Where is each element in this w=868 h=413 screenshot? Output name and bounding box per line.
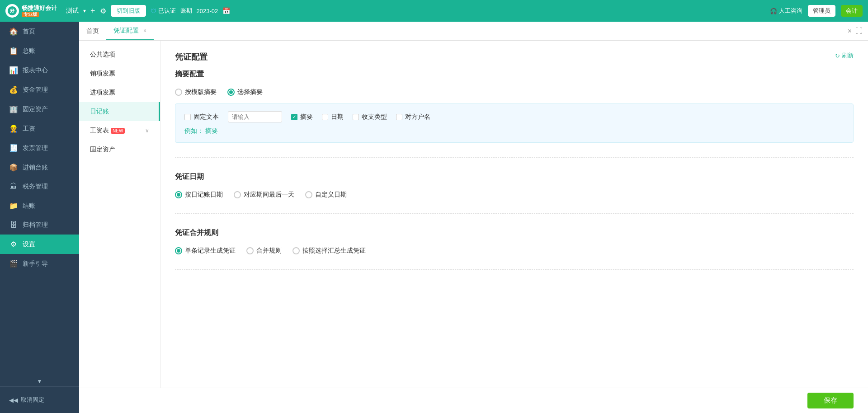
radio-single-record[interactable]: 单条记录生成凭证 [175, 247, 236, 255]
example-text: 例如： 摘要 [184, 127, 844, 135]
company-name: 测试 [66, 7, 79, 15]
sidebar-item-guide[interactable]: 🎬 新手引导 [0, 254, 79, 273]
page-title: 凭证配置 [175, 52, 208, 62]
radio-select-merge[interactable]: 按照选择汇总生成凭证 [292, 247, 366, 255]
left-nav-public[interactable]: 公共选项 [79, 45, 160, 64]
radio-select-circle [227, 89, 235, 96]
sidebar-item-label-sales: 进销台账 [23, 164, 48, 172]
tab-bar-right: × ⛶ [848, 22, 868, 40]
income-type-label: 收支类型 [362, 113, 387, 121]
summary-section: 摘要配置 按模版摘要 选择摘要 [175, 70, 854, 143]
payroll-expand-icon: ∨ [145, 127, 149, 134]
calendar-icon[interactable]: 📅 [222, 7, 230, 14]
left-nav-public-label: 公共选项 [90, 51, 115, 58]
unpin-icon: ◀◀ [9, 397, 18, 404]
left-nav-diary[interactable]: 日记账 [79, 102, 160, 121]
save-button[interactable]: 保存 [807, 393, 854, 408]
sidebar-item-settings[interactable]: ⚙ 设置 [0, 235, 79, 254]
left-nav-purchase-invoice[interactable]: 进项发票 [79, 83, 160, 102]
left-nav-payroll-label: 工资表 [90, 127, 109, 135]
archive-icon: 🗄 [9, 221, 18, 229]
period-value: 2023-02 [197, 8, 218, 14]
checkbox-counterpart[interactable]: 对方户名 [396, 113, 430, 121]
logo-inner: 好 [8, 6, 17, 15]
logo-icon: 好 [5, 4, 19, 18]
sidebar-item-ledger[interactable]: 📋 总账 [0, 41, 79, 61]
refresh-label: 刷新 [842, 52, 854, 60]
radio-daily-circle [175, 191, 182, 198]
radio-custom-date[interactable]: 自定义日期 [305, 191, 347, 199]
radio-template-circle [175, 89, 182, 96]
sidebar-item-archive[interactable]: 🗄 归档管理 [0, 216, 79, 235]
sidebar-item-label-report: 报表中心 [23, 66, 48, 75]
pro-badge: 专业版 [22, 12, 39, 17]
add-button[interactable]: + [90, 7, 95, 15]
sidebar-item-label-invoice: 发票管理 [23, 144, 48, 152]
checkbox-income-type[interactable]: 收支类型 [353, 113, 387, 121]
sidebar-item-invoice[interactable]: 🧾 发票管理 [0, 138, 79, 158]
invoice-icon: 🧾 [9, 144, 18, 152]
summary-section-title: 摘要配置 [175, 70, 854, 79]
sidebar-item-salary[interactable]: 👷 工资 [0, 119, 79, 138]
fixed-text-input[interactable] [228, 111, 282, 122]
radio-template-summary[interactable]: 按模版摘要 [175, 88, 217, 96]
radio-custom-circle [305, 191, 312, 198]
unpin-button[interactable]: ◀◀ 取消固定 [0, 391, 79, 408]
right-content: 凭证配置 ↻ 刷新 摘要配置 [160, 41, 868, 388]
window-close-icon[interactable]: × [848, 27, 852, 35]
radio-single-circle [175, 247, 182, 254]
radio-select-merge-circle [292, 247, 300, 254]
sidebar-item-home[interactable]: 🏠 首页 [0, 22, 79, 41]
sidebar-item-report[interactable]: 📊 报表中心 [0, 61, 79, 80]
company-dropdown-icon[interactable]: ▾ [83, 8, 86, 14]
window-expand-icon[interactable]: ⛶ [855, 27, 863, 35]
switch-version-button[interactable]: 切到旧版 [111, 5, 146, 17]
sidebar-item-sales[interactable]: 📦 进销台账 [0, 158, 79, 177]
tab-close-icon[interactable]: × [143, 28, 146, 34]
checkbox-fixed-text[interactable]: 固定文本 [184, 113, 219, 121]
app-name: 畅捷通好会计 [22, 5, 57, 12]
checkbox-date[interactable]: 日期 [322, 113, 344, 121]
consult-button[interactable]: 🎧 人工咨询 [770, 7, 802, 15]
bottom-bar: 保存 [79, 388, 868, 413]
refresh-button[interactable]: ↻ 刷新 [835, 52, 854, 60]
left-nav-payroll[interactable]: 工资表 NEW ∨ [79, 121, 160, 140]
payroll-new-badge: NEW [111, 128, 125, 134]
radio-merge-rule[interactable]: 合并规则 [246, 247, 282, 255]
tab-home[interactable]: 首页 [79, 22, 106, 40]
left-nav-fixed-assets[interactable]: 固定资产 [79, 140, 160, 159]
checkbox-summary[interactable]: 摘要 [291, 113, 313, 121]
manager-button[interactable]: 管理员 [808, 5, 835, 17]
summary-config-box: 固定文本 摘要 日期 [175, 103, 854, 143]
tab-voucher-config[interactable]: 凭证配置 × [106, 22, 154, 40]
tax-icon: 🏛 [9, 183, 18, 191]
sidebar-item-label-home: 首页 [23, 28, 35, 36]
left-nav-sales-invoice[interactable]: 销项发票 [79, 64, 160, 83]
sidebar-item-assets[interactable]: 🏢 固定资产 [0, 99, 79, 119]
example-prefix: 例如： [184, 127, 203, 134]
date-checkbox-label: 日期 [331, 113, 344, 121]
sidebar-item-close[interactable]: 📁 结账 [0, 196, 79, 216]
funds-icon: 💰 [9, 85, 18, 94]
sidebar-scroll-down[interactable]: ▼ [0, 376, 79, 386]
home-icon: 🏠 [9, 27, 18, 36]
unpin-label: 取消固定 [21, 396, 44, 404]
radio-period-last[interactable]: 对应期间最后一天 [234, 191, 294, 199]
sales-icon: 📦 [9, 163, 18, 172]
radio-daily-date[interactable]: 按日记账日期 [175, 191, 223, 199]
sidebar-item-funds[interactable]: 💰 资金管理 [0, 80, 79, 99]
tab-bar: 首页 凭证配置 × × ⛶ [79, 22, 868, 41]
accountant-button[interactable]: 会计 [841, 5, 863, 17]
page-content: 公共选项 销项发票 进项发票 日记账 工资表 NEW [79, 41, 868, 388]
merge-section-title: 凭证合并规则 [175, 228, 854, 238]
sidebar-item-tax[interactable]: 🏛 税务管理 [0, 177, 79, 196]
consult-label: 人工咨询 [779, 7, 802, 15]
radio-merge-label: 合并规则 [256, 247, 282, 255]
report-icon: 📊 [9, 66, 18, 75]
settings-icon[interactable]: ⚙ [100, 7, 106, 15]
left-nav-purchase-invoice-label: 进项发票 [90, 89, 115, 96]
sidebar-item-label-guide: 新手引导 [23, 260, 48, 268]
assets-icon: 🏢 [9, 105, 18, 113]
fixed-text-label: 固定文本 [193, 113, 219, 121]
radio-select-summary[interactable]: 选择摘要 [227, 88, 263, 96]
